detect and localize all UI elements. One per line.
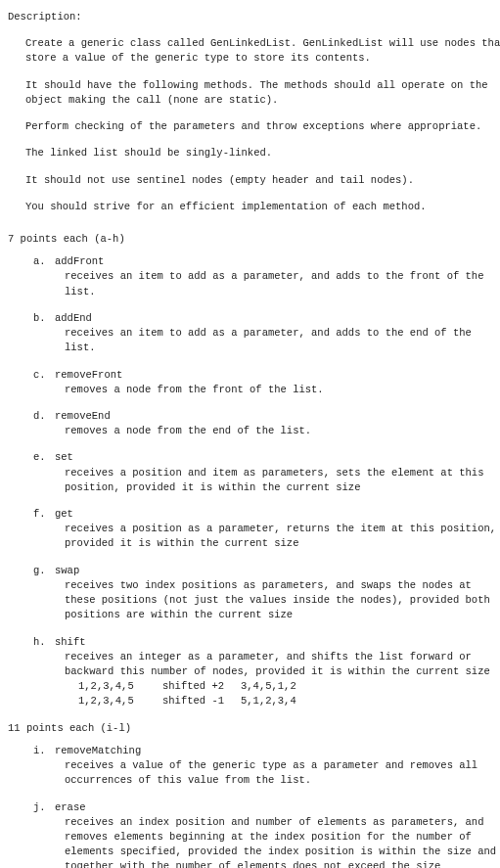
item-title: set bbox=[55, 450, 73, 465]
table-row: 1,2,3,4,5 shifted -1 5,1,2,3,4 bbox=[78, 694, 500, 708]
shift-after: 3,4,5,1,2 bbox=[241, 679, 319, 694]
list-item: h. shift receives an integer as a parame… bbox=[33, 635, 500, 709]
item-desc: receives a position and item as paramete… bbox=[65, 466, 500, 495]
item-title: addFront bbox=[55, 254, 104, 269]
group-heading: 7 points each (a-h) bbox=[8, 232, 500, 247]
list-item: g. swap receives two index positions as … bbox=[33, 564, 500, 623]
list-item: c. removeFront removes a node from the f… bbox=[33, 368, 500, 397]
item-letter: f. bbox=[33, 507, 55, 522]
shift-before: 1,2,3,4,5 bbox=[78, 694, 162, 708]
item-desc: receives an integer as a parameter, and … bbox=[65, 650, 500, 679]
item-desc: receives an item to add as a parameter, … bbox=[65, 269, 500, 298]
item-letter: i. bbox=[33, 744, 55, 758]
item-title: removeEnd bbox=[55, 409, 111, 424]
item-desc: removes a node from the end of the list. bbox=[65, 424, 500, 438]
item-title: shift bbox=[55, 635, 86, 650]
shift-before: 1,2,3,4,5 bbox=[78, 679, 162, 694]
intro-paragraph: Create a generic class called GenLinkedL… bbox=[25, 36, 500, 66]
intro-paragraph: It should not use sentinel nodes (empty … bbox=[25, 173, 500, 188]
list-item: d. removeEnd removes a node from the end… bbox=[33, 409, 500, 438]
item-title: removeFront bbox=[55, 368, 122, 383]
table-row: 1,2,3,4,5 shifted +2 3,4,5,1,2 bbox=[78, 679, 500, 694]
list-item: f. get receives a position as a paramete… bbox=[33, 507, 500, 552]
item-letter: d. bbox=[33, 409, 55, 424]
item-letter: c. bbox=[33, 368, 55, 383]
item-letter: b. bbox=[33, 311, 55, 326]
intro-paragraph: The linked list should be singly-linked. bbox=[25, 146, 500, 160]
list-item: e. set receives a position and item as p… bbox=[33, 450, 500, 495]
list-item: j. erase receives an index position and … bbox=[33, 800, 500, 868]
intro-paragraph: Perform checking of the parameters and t… bbox=[25, 119, 500, 134]
item-title: erase bbox=[55, 800, 86, 815]
item-desc: receives a value of the generic type as … bbox=[65, 758, 500, 788]
shift-after: 5,1,2,3,4 bbox=[241, 694, 319, 708]
item-desc: receives an item to add as a parameter, … bbox=[65, 326, 500, 355]
item-title: removeMatching bbox=[55, 744, 141, 758]
item-letter: g. bbox=[33, 564, 55, 578]
description-header: Description: bbox=[8, 10, 500, 24]
shift-example-table: 1,2,3,4,5 shifted +2 3,4,5,1,2 1,2,3,4,5… bbox=[78, 679, 500, 708]
intro-block: Create a generic class called GenLinkedL… bbox=[25, 36, 500, 214]
item-desc: removes a node from the front of the lis… bbox=[65, 383, 500, 397]
item-letter: e. bbox=[33, 450, 55, 465]
item-desc: receives two index positions as paramete… bbox=[65, 578, 500, 623]
list-item: b. addEnd receives an item to add as a p… bbox=[33, 311, 500, 356]
item-title: swap bbox=[55, 564, 79, 578]
item-letter: h. bbox=[33, 635, 55, 650]
item-desc: receives an index position and number of… bbox=[65, 815, 500, 868]
group-heading: 11 points each (i-l) bbox=[8, 721, 500, 736]
intro-paragraph: You should strive for an efficient imple… bbox=[25, 200, 500, 214]
list-item: a. addFront receives an item to add as a… bbox=[33, 254, 500, 299]
shift-op: shifted -1 bbox=[162, 694, 241, 708]
shift-op: shifted +2 bbox=[162, 679, 241, 694]
item-title: get bbox=[55, 507, 73, 522]
item-desc: receives a position as a parameter, retu… bbox=[65, 522, 500, 551]
intro-paragraph: It should have the following methods. Th… bbox=[25, 78, 500, 108]
item-letter: j. bbox=[33, 800, 55, 815]
item-letter: a. bbox=[33, 254, 55, 269]
list-item: i. removeMatching receives a value of th… bbox=[33, 744, 500, 789]
item-title: addEnd bbox=[55, 311, 92, 326]
